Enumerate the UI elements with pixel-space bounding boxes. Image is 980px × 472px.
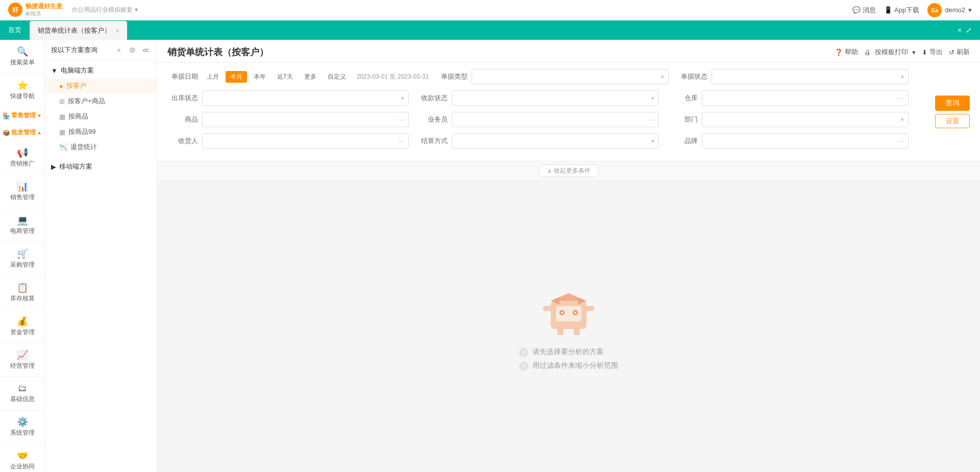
sidebar-item-sales[interactable]: 📊 销售管理 <box>0 175 44 208</box>
industry-selector[interactable]: 办公用品行业模拟账套 ▾ <box>71 6 138 14</box>
scheme-item-by-customer-goods[interactable]: ⊞ 按客户+商品 <box>45 93 157 109</box>
sidebar-item-wholesale[interactable]: 📦 批发管理 ▲ <box>0 124 44 141</box>
sidebar-item-finance[interactable]: 💰 资金管理 <box>0 310 44 343</box>
salesperson-input[interactable]: ··· <box>452 112 658 127</box>
retail-label: 零售管理 <box>11 111 36 120</box>
bill-type-input[interactable]: ▾ <box>472 69 669 84</box>
scheme-item-return-stats[interactable]: 📉 退货统计 <box>45 139 157 155</box>
tab-active[interactable]: 销货单统计表（按客户） × <box>30 21 127 40</box>
collapse-bar[interactable]: ∧ 收起更多条件 <box>157 161 980 181</box>
preset-this-month[interactable]: 本月 <box>226 71 247 83</box>
app-download-btn[interactable]: 📱 App下载 <box>884 6 919 15</box>
message-icon: 💬 <box>852 6 861 14</box>
preset-last-month[interactable]: 上月 <box>202 71 224 83</box>
window-maximize-icon[interactable]: ⤢ <box>966 26 972 34</box>
export-label: 导出 <box>929 48 943 57</box>
print-btn[interactable]: 🖨 按模板打印 ▾ <box>864 48 916 57</box>
preset-more[interactable]: 更多 <box>300 71 321 83</box>
preset-7days[interactable]: 近7天 <box>273 71 298 83</box>
scheme-item-by-customer[interactable]: ● 按客户 <box>45 78 157 93</box>
sidebar-item-marketing[interactable]: 📢 营销推广 <box>0 141 44 175</box>
preset-this-year[interactable]: 本年 <box>249 71 271 83</box>
scheme-panel-title: 按以下方案查询 <box>51 45 97 55</box>
ecommerce-label: 电商管理 <box>2 227 42 235</box>
tip-text-1: 请先选择要分析的方案 <box>532 347 604 357</box>
sidebar-item-search[interactable]: 🔍 搜索菜单 <box>0 40 44 74</box>
sidebar-item-operations[interactable]: 📈 经营管理 <box>0 343 44 377</box>
goods-input[interactable]: ··· <box>202 112 409 127</box>
collapse-btn[interactable]: ∧ 收起更多条件 <box>538 164 599 177</box>
refresh-btn[interactable]: ↺ 刷新 <box>949 48 970 57</box>
query-btn[interactable]: 查询 <box>935 96 970 111</box>
content-area: 按以下方案查询 + ⚙ ≪ ▼ 电脑端方案 ● 按客户 ⊞ <box>45 40 980 472</box>
message-label: 消息 <box>863 6 876 15</box>
wholesale-icon: 📦 <box>3 129 10 136</box>
tab-home[interactable]: 首页 <box>0 20 30 40</box>
filter-settings-btn[interactable]: 设置 <box>935 114 970 128</box>
window-close-icon[interactable]: × <box>958 26 962 34</box>
scheme-group-desktop-title[interactable]: ▼ 电脑端方案 <box>45 63 157 78</box>
app-download-icon: 📱 <box>884 6 892 14</box>
app-download-label: App下载 <box>894 6 919 15</box>
export-btn[interactable]: ⬇ 导出 <box>922 48 943 57</box>
brand-dots: ··· <box>898 137 904 145</box>
user-avatar: Ea <box>927 3 942 17</box>
scheme-item-by-goods99[interactable]: ▦ 按商品99 <box>45 124 157 139</box>
sidebar-item-retail[interactable]: 🏪 零售管理 ▼ <box>0 107 44 124</box>
ecommerce-icon: 💻 <box>2 215 42 226</box>
help-btn[interactable]: ❓ 帮助 <box>835 48 858 57</box>
filter-goods-field: 商品 ··· <box>167 112 409 127</box>
warehouse-input[interactable]: ··· <box>702 90 909 106</box>
filter-receiver-label: 收货人 <box>167 136 198 146</box>
receiver-input[interactable]: ··· <box>202 133 409 149</box>
scheme-header-actions: + ⚙ ≪ <box>114 45 151 55</box>
filter-warehouse-field: 仓库 ··· <box>667 90 909 106</box>
brand-input[interactable]: ··· <box>702 133 909 149</box>
filter-warehouse-label: 仓库 <box>667 93 698 103</box>
export-icon: ⬇ <box>922 49 927 56</box>
scheme-collapse-btn[interactable]: ≪ <box>140 45 151 55</box>
filter-row-3: 商品 ··· 业务员 ··· 部门 <box>167 112 970 127</box>
filter-salesperson-label: 业务员 <box>417 115 448 124</box>
scheme-add-btn[interactable]: + <box>114 45 124 55</box>
bill-status-input[interactable]: ▾ <box>712 69 909 84</box>
sidebar-item-basic[interactable]: 🗂 基础信息 <box>0 377 44 410</box>
filter-bill-status-label: 单据状态 <box>677 72 707 81</box>
scheme-item-label-customer: 按客户 <box>66 81 86 90</box>
filter-stock-status-label: 出库状态 <box>167 93 198 103</box>
scheme-group-mobile-title[interactable]: ▶ 移动端方案 <box>45 159 157 174</box>
settlement-input[interactable]: ▾ <box>452 133 658 149</box>
tab-actions: × ⤢ <box>958 26 972 34</box>
sidebar-item-ecommerce[interactable]: 💻 电商管理 <box>0 208 44 242</box>
collapse-label: 收起更多条件 <box>554 167 591 175</box>
filter-date-field: 单据日期 上月 本月 本年 近7天 更多 自定义 2023-03-01 至 20… <box>167 71 429 83</box>
help-label: 帮助 <box>845 48 858 57</box>
sidebar-item-enterprise[interactable]: 🤝 企业协同 <box>0 444 44 472</box>
user-menu[interactable]: Ea demo2 ▾ <box>927 3 972 17</box>
wholesale-arrow: ▲ <box>37 130 42 135</box>
sidebar-item-inventory[interactable]: 📋 库存核算 <box>0 276 44 310</box>
tab-close-btn[interactable]: × <box>116 28 119 34</box>
scheme-item-icon-goods99: ▦ <box>59 128 65 136</box>
filter-bill-status-field: 单据状态 ▾ <box>677 69 909 84</box>
message-btn[interactable]: 💬 消息 <box>852 6 876 15</box>
inventory-icon: 📋 <box>2 282 42 293</box>
sidebar-item-quick-nav[interactable]: ⭐ 快捷导航 <box>0 74 44 107</box>
scheme-item-by-goods[interactable]: ▦ 按商品 <box>45 109 157 124</box>
sidebar-item-system[interactable]: ⚙️ 系统管理 <box>0 410 44 444</box>
scheme-panel-header: 按以下方案查询 + ⚙ ≪ <box>45 40 157 61</box>
department-arrow: ▾ <box>901 116 904 123</box>
department-input[interactable]: ▾ <box>702 112 909 127</box>
logo-text: 畅捷通好生意 <box>26 3 62 10</box>
sidebar-item-purchase[interactable]: 🛒 采购管理 <box>0 242 44 276</box>
svg-rect-10 <box>574 328 580 335</box>
scheme-settings-btn[interactable]: ⚙ <box>127 45 137 55</box>
payment-status-input[interactable]: ▾ <box>452 90 658 106</box>
tab-active-label: 销货单统计表（按客户） <box>38 26 111 35</box>
preset-custom[interactable]: 自定义 <box>323 71 351 83</box>
filter-brand-field: 品牌 ··· <box>667 133 909 149</box>
purchase-label: 采购管理 <box>2 261 42 269</box>
stock-status-input[interactable]: ▾ <box>202 90 409 106</box>
page-header: 销货单统计表（按客户） ❓ 帮助 🖨 按模板打印 ▾ ⬇ 导出 <box>157 40 980 63</box>
scheme-group-arrow: ▼ <box>51 67 58 75</box>
